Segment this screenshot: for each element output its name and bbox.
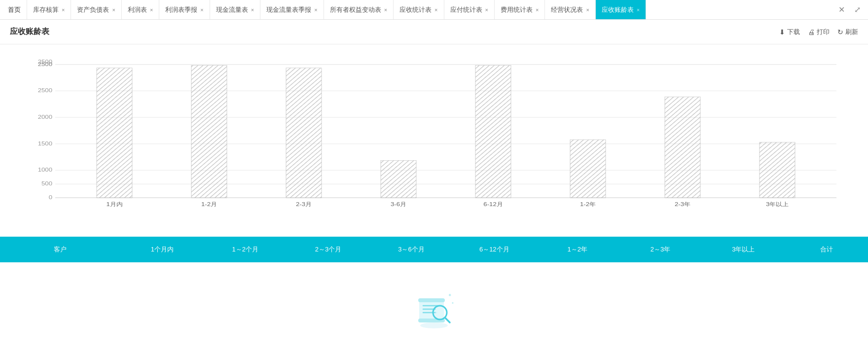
bar-2-3年 [665,97,700,198]
maximize-window-button[interactable]: ⤢ [850,3,864,17]
empty-state: ✦ ✦ [0,262,868,355]
th-customer: 客户 [0,245,121,254]
bar-3-6月 [381,161,416,198]
close-window-button[interactable]: ✕ [834,3,848,17]
svg-text:0: 0 [49,194,53,201]
print-icon: 🖨 [808,28,815,36]
tab-close-profit[interactable]: × [150,7,153,13]
tab-label-profit-quarterly: 利润表季报 [165,5,197,14]
tab-close-business-status[interactable]: × [586,7,589,13]
th-m6to12: 6～12个月 [453,245,536,254]
download-button[interactable]: ⬇ 下载 [779,28,800,36]
tab-cashflow[interactable]: 现金流量表× [210,0,260,20]
bar-1-2月 [191,66,227,198]
th-y2to3: 2～3年 [619,245,702,254]
svg-line-32 [445,318,450,322]
tab-label-ar-aging: 应收账龄表 [602,5,634,14]
bar-2-3月 [286,68,322,198]
tab-close-receivable-stat[interactable]: × [434,7,437,13]
bar-1-2年 [570,140,606,198]
tab-profit[interactable]: 利润表× [122,0,159,20]
tab-expense-stat[interactable]: 费用统计表× [495,0,545,20]
main-content: 2500 2500 2500 2500 2000 1500 1000 500 0 [0,44,868,355]
header-actions: ⬇ 下载 🖨 打印 ↻ 刷新 [779,28,858,36]
tab-business-status[interactable]: 经营状况表× [545,0,595,20]
svg-text:2-3年: 2-3年 [675,201,690,207]
svg-rect-25 [418,298,445,302]
tab-label-equity: 所有者权益变动表 [330,5,381,14]
tab-payable-stat[interactable]: 应付统计表× [444,0,495,20]
refresh-button[interactable]: ↻ 刷新 [837,28,858,36]
bar-6-12月 [475,66,511,198]
svg-text:✦: ✦ [448,292,452,298]
page-title: 应收账龄表 [10,27,49,37]
svg-text:3年以上: 3年以上 [766,201,789,207]
tab-label-cashflow-quarterly: 现金流量表季报 [266,5,311,14]
tab-balance-sheet[interactable]: 资产负债表× [71,0,121,20]
tab-label-balance-sheet: 资产负债表 [77,5,109,14]
tab-close-expense-stat[interactable]: × [536,7,539,13]
svg-text:1000: 1000 [38,167,53,173]
tab-close-profit-quarterly[interactable]: × [200,7,203,13]
tab-label-inventory: 库存核算 [33,5,59,14]
refresh-label: 刷新 [845,28,858,36]
tab-cashflow-quarterly[interactable]: 现金流量表季报× [260,0,324,20]
th-total: 合计 [785,245,868,254]
page-header: 应收账龄表 ⬇ 下载 🖨 打印 ↻ 刷新 [0,20,868,44]
bar-1月内 [97,68,132,198]
svg-text:1500: 1500 [38,141,53,147]
svg-text:3-6月: 3-6月 [391,201,406,207]
tab-receivable-stat[interactable]: 应收统计表× [394,0,444,20]
print-button[interactable]: 🖨 打印 [808,28,830,36]
empty-state-icon: ✦ ✦ [409,282,459,331]
svg-text:2500: 2500 [38,61,53,68]
download-label: 下载 [787,28,800,36]
download-icon: ⬇ [779,28,785,36]
tab-close-balance-sheet[interactable]: × [112,7,115,13]
chart-area: 2500 2500 2500 2500 2000 1500 1000 500 0 [0,44,868,237]
th-within1m: 1个月内 [121,245,204,254]
tab-close-cashflow-quarterly[interactable]: × [314,7,317,13]
tab-label-business-status: 经营状况表 [551,5,583,14]
tab-close-equity[interactable]: × [384,7,387,13]
table-header: 客户1个月内1～2个月2～3个月3～6个月6～12个月1～2年2～3年3年以上合… [0,237,868,262]
th-above3y: 3年以上 [702,245,785,254]
bar-3年以上 [760,142,795,198]
svg-text:500: 500 [41,180,52,187]
refresh-icon: ↻ [837,28,843,36]
tab-close-ar-aging[interactable]: × [637,7,640,13]
tab-home[interactable]: 首页 [2,0,27,20]
tab-label-receivable-stat: 应收统计表 [399,5,432,14]
tab-label-payable-stat: 应付统计表 [450,5,482,14]
th-m2to3: 2～3个月 [287,245,369,254]
svg-text:2000: 2000 [38,114,53,120]
tab-label-cashflow: 现金流量表 [216,5,248,14]
tab-close-payable-stat[interactable]: × [485,7,488,13]
tab-bar: 首页 库存核算×资产负债表×利润表×利润表季报×现金流量表×现金流量表季报×所有… [0,0,868,20]
tab-label-expense-stat: 费用统计表 [501,5,533,14]
svg-text:2500: 2500 [38,87,53,94]
svg-text:1月内: 1月内 [106,201,122,207]
svg-text:1-2月: 1-2月 [201,201,217,207]
tab-bar-actions: ✕ ⤢ [834,3,866,17]
tab-profit-quarterly[interactable]: 利润表季报× [159,0,210,20]
svg-text:1-2年: 1-2年 [580,201,596,207]
th-y1to2: 1～2年 [536,245,618,254]
th-m1to2: 1～2个月 [204,245,287,254]
tab-label-profit: 利润表 [128,5,147,14]
bar-chart: 2500 2500 2500 2500 2000 1500 1000 500 0 [20,54,848,212]
tab-inventory[interactable]: 库存核算× [27,0,71,20]
tab-close-cashflow[interactable]: × [251,7,254,13]
svg-text:2-3月: 2-3月 [296,201,312,207]
svg-point-31 [435,308,444,317]
svg-text:✦: ✦ [451,301,454,305]
svg-point-23 [420,322,448,328]
home-tab-label: 首页 [8,5,21,14]
tab-close-inventory[interactable]: × [62,7,65,13]
tab-equity[interactable]: 所有者权益变动表× [324,0,394,20]
tab-ar-aging[interactable]: 应收账龄表× [596,0,646,20]
print-label: 打印 [817,28,830,36]
svg-text:6-12月: 6-12月 [483,201,503,207]
th-m3to6: 3～6个月 [370,245,453,254]
